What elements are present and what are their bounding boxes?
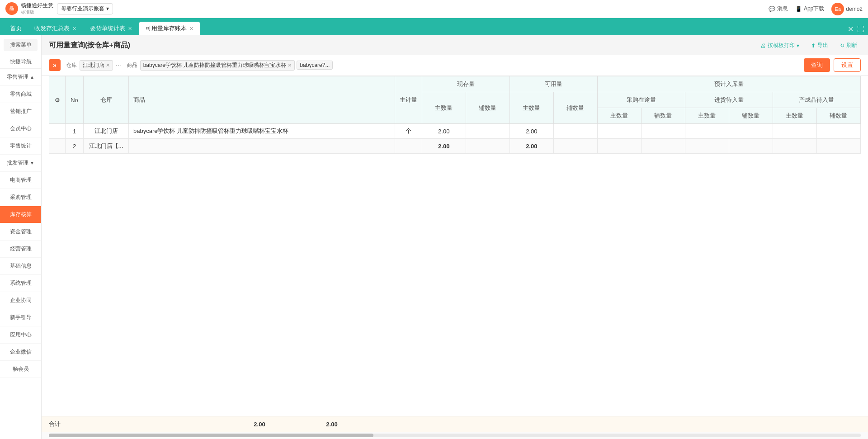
refresh-action[interactable]: ↻ 刷新 <box>836 40 861 51</box>
user-profile[interactable]: Ea demo2 <box>831 3 863 15</box>
close-icon[interactable]: ✕ <box>128 26 132 32</box>
message-label: 消息 <box>777 5 788 13</box>
cell-incoming-aux <box>729 139 773 154</box>
settings-button[interactable]: 设置 <box>834 58 861 72</box>
chevron-down-icon: ▾ <box>797 42 799 49</box>
query-button[interactable]: 查询 <box>804 58 830 72</box>
sidebar-item-member[interactable]: 畅会员 <box>0 361 41 378</box>
sidebar-item-finance-mgmt[interactable]: 资金管理 <box>0 223 41 241</box>
brand-sub: 标准版 <box>21 9 53 15</box>
nav-tabs: 首页 收发存汇总表 ✕ 要货单统计表 ✕ 可用量库存账本 ✕ ✕ ⛶ <box>0 18 868 35</box>
top-bar-left: 品 畅捷通好生意 标准版 母婴行业演示账套 ▾ <box>5 2 113 15</box>
cell-warehouse: 江北门店【... <box>84 139 129 154</box>
warehouse-more-icon[interactable]: ··· <box>116 61 121 69</box>
product-filter-group: 商品 babycare学饮杯 儿童防摔防撞吸管杯重力球吸嘴杯宝宝水杯 ✕ bab… <box>127 60 333 71</box>
cell-incoming-aux <box>729 124 773 139</box>
warehouse-tag[interactable]: 江北门店 ✕ <box>80 60 113 71</box>
sidebar-item-label: 采购管理 <box>10 194 32 201</box>
col-incoming-pending-group-header: 进货待入量 <box>685 92 773 108</box>
cell-product <box>129 139 395 154</box>
sidebar-item-label: 企业微信 <box>10 348 32 356</box>
inventory-table: ⚙ No 仓库 商品 主计量 现存量 可用量 预计入库量 主数量 辅数量 主数量… <box>49 76 861 154</box>
sidebar-item-app-center[interactable]: 应用中心 <box>0 326 41 344</box>
sidebar-item-operations-mgmt[interactable]: 经营管理 <box>0 241 41 258</box>
col-forecast-group-header: 预计入库量 <box>597 76 860 92</box>
warehouse-filter-tags: 江北门店 ✕ <box>80 60 113 71</box>
col-avail-main-header: 主数量 <box>509 92 553 124</box>
sidebar-item-retail-mgmt[interactable]: 零售管理 ▲ <box>0 69 41 86</box>
expand-icon[interactable]: ⛶ <box>857 25 864 33</box>
sidebar-item-wholesale-mgmt[interactable]: 批发管理 ▼ <box>0 155 41 172</box>
message-action[interactable]: 💬 消息 <box>769 5 788 13</box>
tab-receive-summary[interactable]: 收发存汇总表 ✕ <box>28 22 83 35</box>
product-tag-1[interactable]: babycare学饮杯 儿童防摔防撞吸管杯重力球吸嘴杯宝宝水杯 ✕ <box>140 60 295 71</box>
filter-toggle-button[interactable]: » <box>49 59 61 71</box>
cell-settings <box>49 124 66 139</box>
remove-warehouse-tag-icon[interactable]: ✕ <box>106 62 110 68</box>
refresh-icon: ↻ <box>840 42 844 49</box>
horizontal-scrollbar[interactable] <box>49 434 861 437</box>
app-download-action[interactable]: 📱 App下载 <box>795 5 824 13</box>
sidebar-item-retail-mall[interactable]: 零售商城 <box>0 86 41 103</box>
col-avail-aux-header: 辅数量 <box>553 92 597 124</box>
cell-product: babycare学饮杯 儿童防摔防撞吸管杯重力球吸嘴杯宝宝水杯 <box>129 124 395 139</box>
cell-unit <box>395 139 422 154</box>
col-product-pending-group-header: 产成品待入量 <box>773 92 860 108</box>
sidebar-item-system-mgmt[interactable]: 系统管理 <box>0 275 41 292</box>
table-row: 2 江北门店【... 2.00 2.00 <box>49 139 861 154</box>
sidebar-item-member-center[interactable]: 会员中心 <box>0 120 41 137</box>
close-all-icon[interactable]: ✕ <box>848 25 854 33</box>
sidebar-item-new-guide[interactable]: 新手引导 <box>0 309 41 326</box>
refresh-label: 刷新 <box>846 42 857 49</box>
close-icon[interactable]: ✕ <box>189 26 193 32</box>
cell-incoming-main <box>685 124 729 139</box>
sidebar-item-ecommerce-mgmt[interactable]: 电商管理 <box>0 172 41 189</box>
sidebar-item-purchase-mgmt[interactable]: 采购管理 <box>0 189 41 206</box>
remove-product-tag-1-icon[interactable]: ✕ <box>288 62 292 68</box>
industry-selector[interactable]: 母婴行业演示账套 ▾ <box>57 3 113 14</box>
sidebar-item-label: 零售管理 <box>7 73 28 81</box>
total-stock-main: 2.00 <box>241 421 278 428</box>
sidebar-item-retail-stats[interactable]: 零售统计 <box>0 137 41 155</box>
sidebar-item-enterprise-collab[interactable]: 企业协同 <box>0 292 41 309</box>
close-icon[interactable]: ✕ <box>72 26 76 32</box>
cell-stock-main: 2.00 <box>422 124 466 139</box>
cell-product-main <box>773 139 816 154</box>
product-tag-2[interactable]: babycare?... <box>297 61 333 70</box>
tab-requisition-summary[interactable]: 要货单统计表 ✕ <box>84 22 138 35</box>
scroll-thumb[interactable] <box>49 434 373 437</box>
bottom-bar: 合计 2.00 2.00 <box>42 416 868 432</box>
cell-product-main <box>773 124 816 139</box>
col-product-aux-header: 辅数量 <box>816 108 860 124</box>
brand-logo: 品 畅捷通好生意 标准版 <box>5 2 53 15</box>
avatar: Ea <box>831 3 844 15</box>
sidebar-search-area: 搜索菜单 <box>0 35 41 55</box>
sidebar-item-label: 零售统计 <box>10 142 32 150</box>
sidebar-item-marketing[interactable]: 营销推广 <box>0 103 41 120</box>
cell-pur-transit-aux <box>641 124 685 139</box>
page-header: 可用量查询(按仓库+商品) 🖨 按模板打印 ▾ ⬆ 导出 ↻ 刷新 <box>42 35 868 55</box>
tab-requisition-label: 要货单统计表 <box>90 24 125 33</box>
print-action[interactable]: 🖨 按模板打印 ▾ <box>757 40 803 51</box>
nav-tabs-right: ✕ ⛶ <box>848 25 864 35</box>
tab-available-inventory[interactable]: 可用量库存账本 ✕ <box>139 22 200 35</box>
col-available-group-header: 可用量 <box>509 76 597 92</box>
user-name: demo2 <box>846 6 863 12</box>
sidebar-item-quick-nav[interactable]: 快捷导航 <box>0 55 41 69</box>
sidebar-item-inventory-accounting[interactable]: 库存核算 <box>0 206 41 223</box>
sidebar-item-basic-info[interactable]: 基础信息 <box>0 258 41 275</box>
product-filter-label: 商品 <box>127 61 137 69</box>
export-action[interactable]: ⬆ 导出 <box>807 40 832 51</box>
filter-actions: 查询 设置 <box>804 58 861 72</box>
col-settings-header[interactable]: ⚙ <box>49 76 66 124</box>
col-pur-transit-main-header: 主数量 <box>597 108 641 124</box>
tab-home[interactable]: 首页 <box>4 22 28 35</box>
scrollbar-area <box>42 432 868 439</box>
filter-bar: » 仓库 江北门店 ✕ ··· 商品 babycare学饮杯 儿童防摔防撞吸管杯… <box>42 55 868 76</box>
sidebar-item-enterprise-wechat[interactable]: 企业微信 <box>0 344 41 361</box>
col-no-header: No <box>66 76 84 124</box>
search-menu-button[interactable]: 搜索菜单 <box>4 39 38 51</box>
chevron-icon: ▼ <box>30 160 34 165</box>
cell-no: 1 <box>66 124 84 139</box>
tab-available-label: 可用量库存账本 <box>146 24 187 33</box>
